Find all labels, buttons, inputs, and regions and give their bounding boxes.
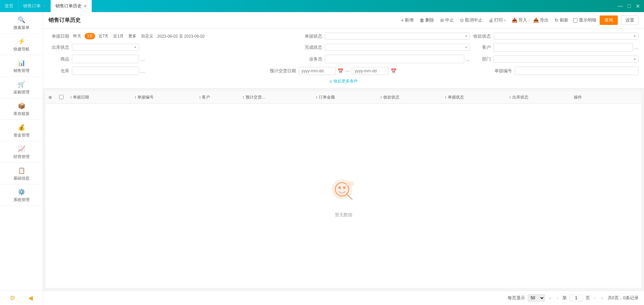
customer-more-btn[interactable]: ... <box>634 44 639 50</box>
new-btn[interactable]: + 新增 <box>400 16 415 24</box>
table-settings-icon[interactable]: ⚙ <box>48 95 52 100</box>
payment-status-select[interactable]: ▾ <box>493 33 639 40</box>
sidebar-item-finance-label: 资金管理 <box>13 132 30 138</box>
page-title: 销售订单历史 <box>48 17 81 24</box>
per-page-select[interactable]: 50 10 20 100 <box>528 294 545 302</box>
page-label: 第 <box>562 295 567 301</box>
inventory-icon: 📦 <box>18 102 25 110</box>
th-operation: 操作 <box>571 91 642 104</box>
sidebar-item-system-mgmt[interactable]: ⚙️ 系统管理 <box>0 184 43 206</box>
th-settings[interactable]: ⚙ <box>46 91 56 104</box>
display-detail-checkbox[interactable]: 显示明细 <box>573 17 596 23</box>
date-separator: — <box>345 68 350 73</box>
new-label: 新增 <box>405 17 414 23</box>
data-table: ⚙ ↕ 单据日期 ↕ 单据编号 <box>46 91 641 104</box>
calendar-from-icon[interactable]: 📅 <box>338 68 343 74</box>
calendar-to-icon[interactable]: 📅 <box>391 68 396 74</box>
goods-more-btn[interactable]: ... <box>140 56 145 62</box>
sidebar-item-search-menu[interactable]: 🔍 搜索菜单 <box>0 12 43 34</box>
page-input[interactable] <box>569 295 583 301</box>
tab-home[interactable]: 首页 <box>0 0 18 12</box>
sidebar-collapse-btn[interactable]: ◀ <box>28 294 33 302</box>
out-status-select[interactable]: ▾ <box>72 44 139 51</box>
next-page-btn[interactable]: › <box>593 295 597 301</box>
tab-sales-order[interactable]: 销售订单 ✕ <box>18 0 51 12</box>
warehouse-more-btn[interactable]: ... <box>140 68 145 74</box>
cancel-stop-icon: ⊙ <box>460 17 464 23</box>
customer-input[interactable] <box>493 43 633 51</box>
tab-sales-order-history[interactable]: 销售订单历史 ✕ <box>51 0 92 12</box>
prev-page-btn[interactable]: ‹ <box>555 295 560 301</box>
filter-bill-no: 单据编号 <box>491 67 639 75</box>
last-page-btn[interactable]: » <box>600 295 605 301</box>
sidebar-item-quick-nav[interactable]: ⚡ 快捷导航 <box>0 34 43 55</box>
minimize-btn[interactable]: — <box>616 2 624 10</box>
delivery-date-from[interactable] <box>299 67 336 75</box>
sidebar-item-purchase-mgmt[interactable]: 🛒 采购管理 <box>0 77 43 98</box>
date-1month[interactable]: 近1月 <box>112 33 125 39</box>
export-btn[interactable]: 📤 导出 <box>532 16 550 24</box>
maximize-btn[interactable]: □ <box>626 2 632 10</box>
query-btn[interactable]: 查询 <box>600 15 618 25</box>
date-3days[interactable]: 3天 <box>85 33 95 39</box>
sidebar-item-basic-info[interactable]: 📋 基础信息 <box>0 163 43 184</box>
bill-status-select[interactable]: ▾ <box>325 33 470 40</box>
sidebar-settings-btn[interactable]: ⚙ <box>10 294 15 302</box>
sidebar-item-sales-mgmt[interactable]: 📊 销售管理 <box>0 55 43 77</box>
warehouse-input[interactable] <box>72 67 139 75</box>
th-no: ↕ 单据编号 <box>132 91 196 104</box>
goods-label: 商品 <box>48 56 72 62</box>
salesperson-more-btn[interactable]: ... <box>466 56 470 62</box>
first-page-btn[interactable]: « <box>548 295 553 301</box>
date-range-text: 2023-06-02 至 2023-06-02 <box>157 34 205 39</box>
th-checkbox[interactable] <box>56 91 67 104</box>
refresh-btn[interactable]: ↻ 刷新 <box>553 16 570 24</box>
display-detail-label: 显示明细 <box>579 17 596 23</box>
delivery-date-to[interactable] <box>352 67 389 75</box>
import-label: 导入 <box>518 17 527 23</box>
th-bill-status-sort: ↕ <box>444 95 447 100</box>
filter-row-2: 出库状态 ▾ 完成状态 ▾ 客户 ... <box>48 43 639 51</box>
payment-status-label: 收款状态 <box>470 33 493 39</box>
sidebar-item-purchase-label: 采购管理 <box>13 89 30 95</box>
stop-icon: ⊘ <box>440 17 444 23</box>
select-all-checkbox[interactable] <box>59 95 63 99</box>
customer-label: 客户 <box>470 44 493 50</box>
svg-point-5 <box>346 181 354 186</box>
close-btn[interactable]: ✕ <box>634 2 641 10</box>
print-btn[interactable]: 🖨 打印 ▾ <box>487 16 507 24</box>
operations-icon: 📈 <box>18 145 25 153</box>
bill-no-input[interactable] <box>515 67 639 75</box>
sidebar-item-quick-nav-label: 快捷导航 <box>13 46 30 52</box>
sidebar-item-inventory[interactable]: 📦 库存核算 <box>0 98 43 120</box>
import-btn[interactable]: 📥 导入 <box>510 16 528 24</box>
date-custom[interactable]: 自定义 <box>140 33 155 39</box>
sidebar-item-operations[interactable]: 📈 经营管理 <box>0 141 43 163</box>
complete-status-select[interactable]: ▾ <box>325 44 470 51</box>
goods-input[interactable] <box>72 55 139 63</box>
system-mgmt-icon: ⚙️ <box>18 188 25 196</box>
pagination: 每页显示 50 10 20 100 « ‹ 第 页 › » 共0页，0条记录 <box>43 291 644 305</box>
date-7days[interactable]: 近7天 <box>97 33 110 39</box>
tab-sales-order-history-close[interactable]: ✕ <box>84 4 87 8</box>
filter-salesperson: 业务员 ... <box>301 55 470 63</box>
settings-btn[interactable]: 设置 <box>621 15 639 25</box>
th-customer: ↕ 客户 <box>196 91 240 104</box>
tab-sales-order-close[interactable]: ✕ <box>43 4 46 8</box>
stop-btn[interactable]: ⊘ 中止 <box>439 16 455 24</box>
collapse-btn[interactable]: ∧ 收起更多条件 <box>48 78 639 84</box>
out-status-arrow: ▾ <box>134 45 136 49</box>
cancel-stop-btn[interactable]: ⊙ 取消中止 <box>459 16 484 24</box>
new-icon: + <box>401 17 404 23</box>
sidebar-item-finance[interactable]: 💰 资金管理 <box>0 120 43 141</box>
salesperson-input[interactable] <box>325 55 464 63</box>
th-out-status-sort: ↕ <box>509 95 512 100</box>
sidebar-bottom: ⚙ ◀ <box>0 291 43 305</box>
filter-customer: 客户 ... <box>470 43 639 51</box>
display-detail-input[interactable] <box>573 18 577 23</box>
date-yesterday[interactable]: 昨天 <box>72 33 83 39</box>
department-select[interactable]: ▾ <box>493 55 639 63</box>
finance-icon: 💰 <box>18 124 25 131</box>
date-more[interactable]: 更多 <box>127 33 138 39</box>
delete-btn[interactable]: 🗑 删除 <box>418 16 435 24</box>
